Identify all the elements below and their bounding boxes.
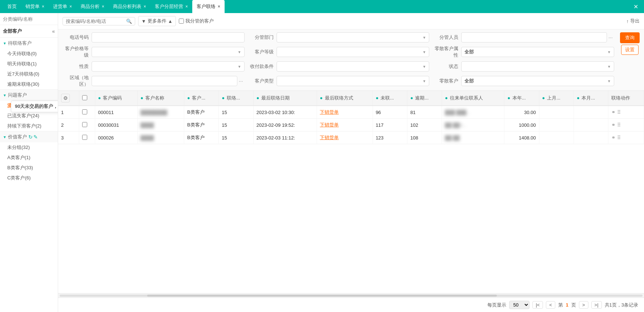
status-select[interactable]: ▼ bbox=[461, 61, 614, 72]
th-type[interactable]: ● 客户... bbox=[184, 91, 218, 106]
th-name[interactable]: ● 客户名称 bbox=[137, 91, 184, 106]
query-button[interactable]: 查询 bbox=[620, 32, 640, 43]
sidebar-item-declining[interactable]: 持续下滑客户(2) bbox=[0, 121, 58, 131]
th-this-year[interactable]: ● 本年... bbox=[504, 91, 539, 106]
last-page-button[interactable]: >| bbox=[591, 301, 602, 309]
table-row: 1 000011 ████████ B类客户 15 2023-03-02 10:… bbox=[58, 106, 644, 119]
sidebar-group-pending[interactable]: ▼ 待联络客户 bbox=[0, 38, 58, 49]
close-icon[interactable]: × bbox=[42, 4, 44, 9]
th-no-contact[interactable]: ● 未联... bbox=[373, 91, 407, 106]
sidebar-search-input[interactable] bbox=[3, 16, 58, 22]
refresh-icon[interactable]: ↻ bbox=[28, 134, 33, 140]
td-seq-2: 2 bbox=[58, 119, 79, 131]
th-gear[interactable]: ⚙ bbox=[58, 91, 79, 106]
prev-page-button[interactable]: < bbox=[546, 301, 555, 309]
th-code[interactable]: ● 客户编码 bbox=[95, 91, 137, 106]
sidebar-group-problem[interactable]: ▼ 问题客户 bbox=[0, 89, 58, 101]
th-contact[interactable]: ● 联络... bbox=[219, 91, 253, 106]
sidebar-item-class-b[interactable]: B类客户(33) bbox=[0, 163, 58, 173]
per-page-select[interactable]: 50 100 200 bbox=[509, 301, 530, 309]
nav-tab-home[interactable]: 首页 bbox=[3, 0, 21, 13]
sidebar-group-value[interactable]: ▼ 价值客户 ↻ ✎ bbox=[0, 131, 58, 142]
search-input[interactable] bbox=[66, 19, 126, 24]
th-last-month[interactable]: ● 上月... bbox=[539, 91, 573, 106]
td-last-method-1[interactable]: 下销货单 bbox=[317, 106, 373, 119]
nav-tab-customer-layers[interactable]: 客户分层经营 × bbox=[150, 0, 192, 13]
gear-icon[interactable]: ⚙ bbox=[61, 94, 70, 102]
td-last-method-2[interactable]: 下销货单 bbox=[317, 119, 373, 131]
sidebar-item-class-c[interactable]: C类客户(6) bbox=[0, 173, 58, 183]
link-icon[interactable]: ⚭ bbox=[611, 109, 616, 115]
my-customers-check[interactable] bbox=[179, 19, 184, 24]
first-page-button[interactable]: |< bbox=[532, 301, 543, 309]
th-contact-person[interactable]: ● 往来单位联系人 bbox=[442, 91, 504, 106]
price-level-select[interactable]: ▼ bbox=[92, 47, 245, 57]
search-box[interactable]: 🔍 bbox=[63, 17, 135, 25]
td-name-2: ████ bbox=[137, 119, 184, 131]
close-icon[interactable]: × bbox=[69, 4, 72, 9]
filter-field-cust-level: 客户等级 ▼ bbox=[247, 47, 430, 57]
sidebar-item-churn-warning[interactable]: 流失预警客户(3) 90天未交易的客户，可能有流失风险。 bbox=[0, 101, 44, 111]
more-actions-icon[interactable]: ⠿ bbox=[617, 135, 621, 141]
per-page-label: 每页显示 bbox=[487, 302, 506, 308]
more-actions-icon[interactable]: ⠿ bbox=[617, 109, 621, 115]
sidebar-item-ungrouped[interactable]: 未分组(32) bbox=[0, 142, 58, 153]
row-checkbox[interactable] bbox=[82, 109, 87, 114]
td-last-date-2: 2023-02-09 19:52: bbox=[253, 119, 317, 131]
link-icon[interactable]: ⚭ bbox=[611, 122, 616, 128]
manager-input[interactable] bbox=[461, 32, 607, 42]
link-icon[interactable]: ⚭ bbox=[611, 135, 616, 141]
close-icon[interactable]: × bbox=[144, 4, 146, 9]
dept-select[interactable]: ▼ bbox=[277, 32, 430, 42]
close-icon[interactable]: × bbox=[185, 4, 188, 9]
nav-tab-purchase[interactable]: 进货单 × bbox=[49, 0, 76, 13]
retail-attr-select[interactable]: 全部 ▼ bbox=[461, 47, 614, 57]
main-layout: 🔍 全部客户 « ▼ 待联络客户 今天待联络(0) 明天待联络(1) 近7天待联… bbox=[0, 13, 644, 312]
td-cb-3 bbox=[79, 131, 95, 144]
sidebar-item-class-a[interactable]: A类客户(1) bbox=[0, 153, 58, 163]
more-actions-icon[interactable]: ⠿ bbox=[617, 122, 621, 128]
close-icon[interactable]: × bbox=[218, 4, 220, 9]
cust-type-select[interactable]: ▼ bbox=[277, 76, 430, 86]
nature-select[interactable]: ▼ bbox=[92, 61, 245, 72]
export-button[interactable]: ↑ 导出 bbox=[627, 18, 640, 24]
th-last-date[interactable]: ● 最后联络日期 bbox=[253, 91, 317, 106]
horizontal-scrollbar[interactable] bbox=[58, 293, 644, 297]
nav-tab-analysis[interactable]: 商品分析 × bbox=[76, 0, 109, 13]
filter-field-status: 状态 ▼ bbox=[432, 61, 614, 72]
settings-button[interactable]: 设置 bbox=[621, 45, 639, 55]
nav-tab-customer-contact[interactable]: 客户联络 × bbox=[192, 0, 225, 13]
sidebar-item-overdue[interactable]: 逾期未联络(30) bbox=[0, 79, 58, 89]
more-icon[interactable]: ··· bbox=[607, 35, 614, 40]
sidebar-item-7days[interactable]: 近7天待联络(0) bbox=[0, 69, 58, 79]
retail-select[interactable]: 全部 ▼ bbox=[461, 76, 614, 86]
more-conditions-button[interactable]: ▼ 更多条件 ▲ bbox=[138, 16, 176, 26]
payment-select[interactable]: ▼ bbox=[277, 61, 430, 72]
collapse-icon[interactable]: « bbox=[52, 28, 55, 34]
sidebar-item-today[interactable]: 今天待联络(0) bbox=[0, 49, 58, 59]
edit-icon[interactable]: ✎ bbox=[33, 134, 38, 140]
td-last-method-3[interactable]: 下销货单 bbox=[317, 131, 373, 144]
close-icon[interactable]: × bbox=[102, 4, 104, 9]
chevron-down-icon: ▼ bbox=[607, 79, 611, 83]
nav-tab-analysis-list[interactable]: 商品分析列表 × bbox=[109, 0, 150, 13]
th-this-month[interactable]: ● 本月... bbox=[573, 91, 608, 106]
sidebar-item-tomorrow[interactable]: 明天待联络(1) bbox=[0, 59, 58, 69]
nav-tab-sales[interactable]: 销货单 × bbox=[21, 0, 49, 13]
region-input[interactable] bbox=[92, 76, 237, 86]
sidebar-all-customers[interactable]: 全部客户 « bbox=[0, 25, 58, 38]
next-page-button[interactable]: > bbox=[579, 301, 588, 309]
td-seq-3: 3 bbox=[58, 131, 79, 144]
cust-level-select[interactable]: ▼ bbox=[277, 47, 430, 57]
phone-input[interactable] bbox=[92, 32, 245, 42]
th-overdue[interactable]: ● 逾期... bbox=[407, 91, 442, 106]
sidebar-item-churned[interactable]: 已流失客户(24) bbox=[0, 111, 58, 121]
close-all-button[interactable]: ✕ bbox=[631, 3, 641, 10]
row-checkbox[interactable] bbox=[82, 135, 87, 140]
row-checkbox[interactable] bbox=[82, 122, 87, 127]
select-all-checkbox[interactable] bbox=[82, 95, 87, 100]
my-customers-checkbox[interactable]: 我分管的客户 bbox=[179, 18, 214, 24]
th-last-method[interactable]: ● 最后联络方式 bbox=[317, 91, 373, 106]
filter-field-nature: 性质 ▼ bbox=[63, 61, 245, 72]
more-icon[interactable]: ··· bbox=[237, 78, 245, 84]
